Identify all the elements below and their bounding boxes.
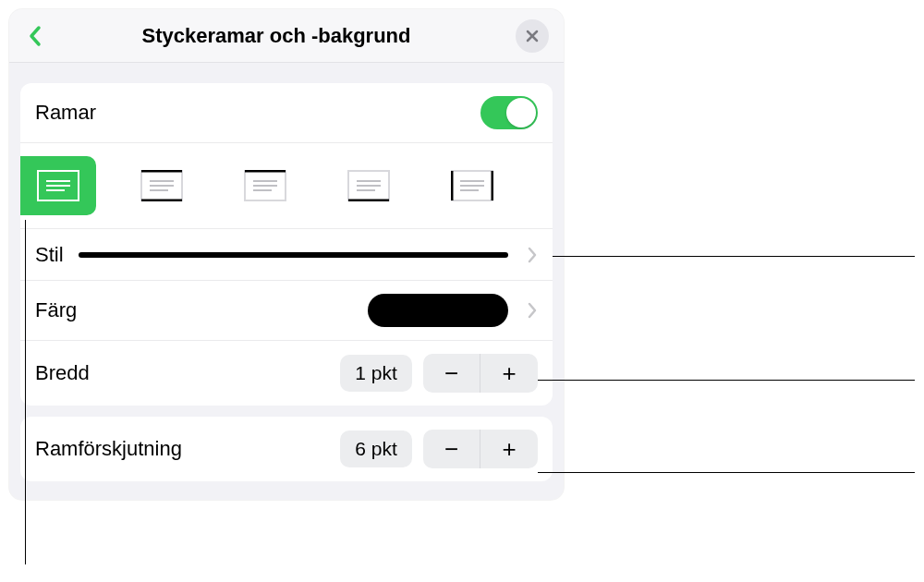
- callout-line: [538, 472, 915, 473]
- color-label: Färg: [35, 298, 368, 322]
- width-row: Bredd 1 pkt − +: [20, 341, 553, 406]
- panel-title: Styckeramar och -bakgrund: [37, 24, 516, 48]
- width-label: Bredd: [35, 361, 340, 385]
- callout-line: [553, 256, 915, 257]
- width-value: 1 pkt: [340, 355, 412, 392]
- close-button[interactable]: [516, 19, 549, 53]
- frame-type-top[interactable]: [227, 156, 303, 215]
- offset-row: Ramförskjutning 6 pkt − +: [20, 417, 553, 481]
- frames-toggle-row: Ramar: [20, 83, 553, 143]
- panel-header: Styckeramar och -bakgrund: [9, 9, 564, 63]
- offset-label: Ramförskjutning: [35, 437, 340, 461]
- style-preview-line: [79, 252, 508, 258]
- color-row[interactable]: Färg: [20, 281, 553, 341]
- width-stepper: − +: [423, 354, 538, 393]
- offset-section: Ramförskjutning 6 pkt − +: [20, 417, 553, 481]
- frame-type-bottom[interactable]: [331, 156, 407, 215]
- color-swatch: [368, 294, 508, 327]
- frame-type-full-box[interactable]: [20, 156, 96, 215]
- offset-increase-button[interactable]: +: [480, 430, 538, 468]
- frame-type-top-bottom[interactable]: [124, 156, 200, 215]
- frames-section: Ramar: [20, 83, 553, 406]
- borders-background-panel: Styckeramar och -bakgrund Ramar: [9, 9, 564, 500]
- width-increase-button[interactable]: +: [480, 354, 538, 393]
- callout-line: [25, 220, 26, 564]
- toggle-knob: [506, 98, 536, 127]
- style-label: Stil: [35, 243, 64, 267]
- style-row[interactable]: Stil: [20, 229, 553, 281]
- width-decrease-button[interactable]: −: [423, 354, 480, 393]
- offset-stepper: − +: [423, 430, 538, 468]
- offset-decrease-button[interactable]: −: [423, 430, 480, 468]
- frame-type-sides[interactable]: [434, 156, 510, 215]
- offset-value: 6 pkt: [340, 430, 412, 467]
- frame-types-row: [20, 143, 553, 229]
- chevron-right-icon: [527, 302, 538, 319]
- frames-label: Ramar: [35, 101, 480, 125]
- callout-line: [538, 380, 915, 381]
- frames-toggle[interactable]: [480, 96, 538, 129]
- chevron-right-icon: [527, 247, 538, 263]
